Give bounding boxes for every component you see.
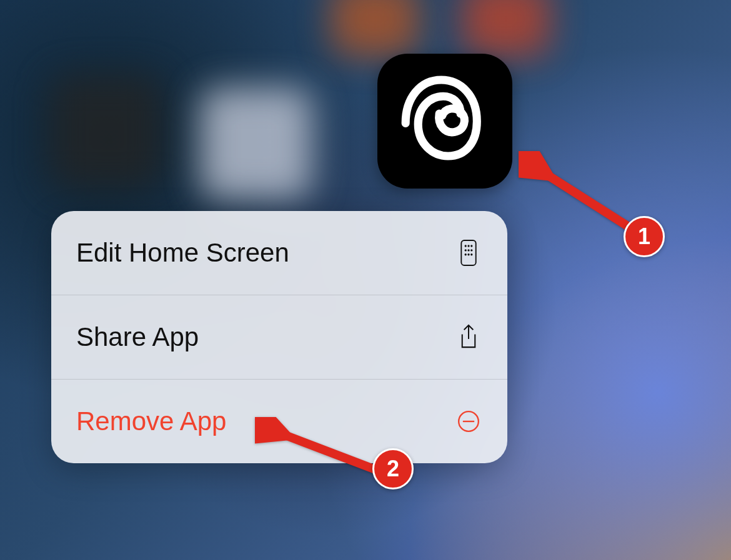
threads-app-icon[interactable] [377,54,512,189]
svg-point-2 [467,245,469,247]
blurred-app-3 [50,75,162,187]
svg-point-5 [467,249,469,251]
svg-point-3 [470,245,472,247]
share-icon [455,323,482,351]
blurred-app-2 [462,0,550,56]
menu-item-share-app[interactable]: Share App [51,295,507,379]
svg-point-7 [465,253,467,255]
blurred-app-4 [200,87,312,200]
app-context-menu: Edit Home Screen Share App [51,211,507,463]
svg-point-4 [465,249,467,251]
menu-item-edit-home-screen[interactable]: Edit Home Screen [51,211,507,295]
svg-rect-0 [461,240,475,265]
menu-item-label: Edit Home Screen [76,238,289,268]
blurred-app-1 [331,0,419,56]
menu-item-label: Share App [76,322,199,352]
menu-item-label: Remove App [76,406,226,436]
menu-item-remove-app[interactable]: Remove App [51,379,507,463]
svg-point-9 [470,253,472,255]
svg-point-8 [467,253,469,255]
remove-circle-icon [455,409,482,434]
apps-grid-icon [455,239,482,267]
threads-icon [391,67,499,175]
svg-point-6 [470,249,472,251]
svg-point-1 [465,245,467,247]
